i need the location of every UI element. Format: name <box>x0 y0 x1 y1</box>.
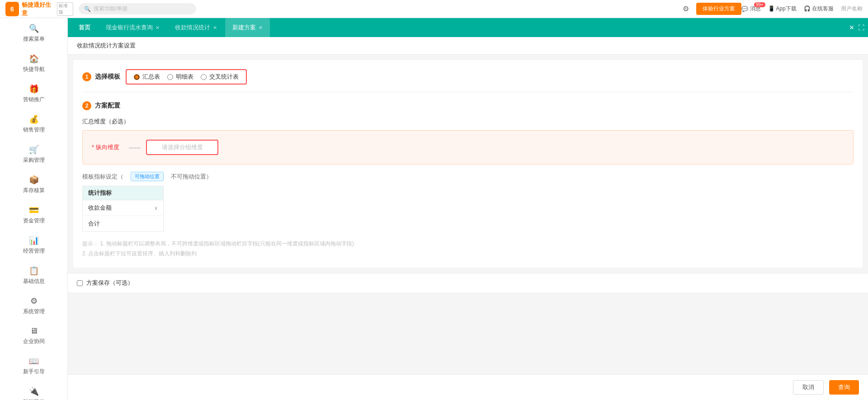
sidebar-item-label: 搜索菜单 <box>23 35 45 43</box>
content-area: 首页 现金银行流水查询 ✕ 收款情况统计 ✕ 新建方案 ✕ ✕ ⛶ 收 <box>68 18 868 400</box>
sidebar-item-label: 采购管理 <box>23 156 45 164</box>
page-content: 收款情况统计方案设置 1 选择模板 汇总表 明细表 <box>68 37 868 374</box>
sales-icon: 💰 <box>29 114 39 124</box>
sidebar-item-guide[interactable]: 📖 新手引导 <box>0 351 67 381</box>
app-tag: 标准版 <box>57 2 73 16</box>
radio-summary-input[interactable] <box>134 74 140 80</box>
topbar: 6 畅捷通好生意 标准版 🔍 搜索功能/单据 ⚙ 体验行业方案 💬 消息 99+… <box>0 0 868 18</box>
tab-cashflow-close[interactable]: ✕ <box>156 25 160 31</box>
row-dimension-label: * 纵向维度 <box>92 143 123 151</box>
query-button[interactable]: 查询 <box>829 380 859 395</box>
finance-icon: 💳 <box>29 205 39 215</box>
tab-new-plan-label: 新建方案 <box>232 24 256 32</box>
tip-2: 2. 点击标题栏下拉可设置排序、插入列和删除列 <box>82 249 854 259</box>
tab-cashflow[interactable]: 现金银行流水查询 ✕ <box>99 18 167 37</box>
sidebar-item-basic-info[interactable]: 📋 基础信息 <box>0 260 67 291</box>
sidebar-item-label: 库存核算 <box>23 187 45 194</box>
radio-detail-input[interactable] <box>167 74 173 80</box>
sidebar-item-sales[interactable]: 💰 销售管理 <box>0 109 67 139</box>
indicator-table: 统计指标 收款金额 ∨ 合计 <box>82 186 164 232</box>
radio-cross-input[interactable] <box>201 74 207 80</box>
tip-1: 提示： 1. 拖动标题栏可以调整布局，不可跨维度或指标区域拖动栏目字段(只能在同… <box>82 239 854 249</box>
radio-summary[interactable]: 汇总表 <box>134 73 160 81</box>
indicator-section: 模板指标设定（ 可拖动位置 不可拖动位置） 统计指标 收款金额 ∨ 合计 <box>82 172 854 232</box>
user-area[interactable]: 用户名称 <box>841 5 863 13</box>
search-bar[interactable]: 🔍 搜索功能/单据 <box>79 3 196 14</box>
tab-close-all-icon[interactable]: ✕ <box>849 24 854 31</box>
indicator-header: 模板指标设定（ 可拖动位置 不可拖动位置） <box>82 172 854 181</box>
notification-area[interactable]: 💬 消息 99+ <box>741 5 761 13</box>
indicator-total: 合计 <box>83 216 163 231</box>
section1-number: 1 <box>82 72 91 81</box>
app-icon: 6 <box>5 2 19 16</box>
tips-section: 提示： 1. 拖动标题栏可以调整布局，不可跨维度或指标区域拖动栏目字段(只能在同… <box>82 239 854 259</box>
tab-new-plan[interactable]: 新建方案 ✕ <box>225 18 270 37</box>
purchase-icon: 🛒 <box>29 145 39 155</box>
tab-home[interactable]: 首页 <box>71 18 98 37</box>
indicator-settings-label: 模板指标设定（ <box>82 173 123 181</box>
sidebar-item-label: 资金管理 <box>23 217 45 225</box>
sidebar-item-quicknav[interactable]: 🏠 快捷导航 <box>0 48 67 79</box>
tabbar-controls: ✕ ⛶ <box>849 24 864 31</box>
tab-expand-icon[interactable]: ⛶ <box>858 24 864 31</box>
inventory-icon: 📦 <box>29 175 39 185</box>
dimension-select-placeholder: 请选择分组维度 <box>162 144 203 151</box>
sidebar-item-label: 企业协同 <box>23 338 45 345</box>
trial-button[interactable]: 体验行业方案 <box>696 3 741 15</box>
sidebar: 🔍 搜索菜单 🏠 快捷导航 🎁 营销推广 💰 销售管理 🛒 采购管理 📦 库存核… <box>0 18 68 400</box>
sidebar-item-hardware[interactable]: 🔌 智能硬件 <box>0 381 67 400</box>
gear-icon[interactable]: ⚙ <box>683 5 689 13</box>
save-option: 方案保存（可选） <box>68 273 868 292</box>
cancel-button[interactable]: 取消 <box>793 380 824 395</box>
sidebar-item-finance[interactable]: 💳 资金管理 <box>0 200 67 230</box>
dimension-row: * 纵向维度 —— 请选择分组维度 <box>92 140 844 155</box>
app-logo: 6 畅捷通好生意 标准版 <box>5 1 73 17</box>
dimension-select[interactable]: 请选择分组维度 <box>146 140 218 155</box>
tab-new-plan-close[interactable]: ✕ <box>259 25 263 31</box>
footer-actions: 取消 查询 <box>68 374 868 400</box>
service-area[interactable]: 🎧 在线客服 <box>804 5 834 13</box>
download-label: App下载 <box>776 5 796 12</box>
service-icon: 🎧 <box>804 5 811 12</box>
sidebar-item-purchase[interactable]: 🛒 采购管理 <box>0 139 67 169</box>
sidebar-item-inventory[interactable]: 📦 库存核算 <box>0 169 67 200</box>
main-layout: 🔍 搜索菜单 🏠 快捷导航 🎁 营销推广 💰 销售管理 🛒 采购管理 📦 库存核… <box>0 18 868 400</box>
radio-summary-label: 汇总表 <box>142 73 160 81</box>
sidebar-item-enterprise[interactable]: 🖥 企业协同 <box>0 321 67 351</box>
sidebar-item-label: 智能硬件 <box>23 398 45 400</box>
radio-cross-label: 交叉统计表 <box>209 73 239 81</box>
sidebar-item-system[interactable]: ⚙ 系统管理 <box>0 291 67 321</box>
radio-cross[interactable]: 交叉统计表 <box>201 73 239 81</box>
dimension-sublabel: 汇总维度（必选） <box>82 118 854 126</box>
indicator-row-label: 收款金额 <box>88 204 112 212</box>
tab-receipts-close[interactable]: ✕ <box>213 25 217 31</box>
sidebar-item-search[interactable]: 🔍 搜索菜单 <box>0 18 67 48</box>
download-icon: 📱 <box>768 5 775 12</box>
service-label: 在线客服 <box>812 5 834 12</box>
divider1 <box>82 92 854 92</box>
tabbar: 首页 现金银行流水查询 ✕ 收款情况统计 ✕ 新建方案 ✕ ✕ ⛶ <box>68 18 868 37</box>
arrow-separator: —— <box>129 144 141 151</box>
tab-receipts[interactable]: 收款情况统计 ✕ <box>168 18 224 37</box>
sidebar-item-label: 基础信息 <box>23 278 45 285</box>
sidebar-item-label: 新手引导 <box>23 368 45 376</box>
message-icon: 💬 <box>741 6 748 12</box>
sidebar-item-operations[interactable]: 📊 经营管理 <box>0 230 67 260</box>
non-draggable-label: 不可拖动位置） <box>171 173 212 181</box>
section2-title: 2 方案配置 <box>82 101 854 110</box>
hardware-icon: 🔌 <box>29 386 39 396</box>
download-area[interactable]: 📱 App下载 <box>768 5 797 13</box>
tab-receipts-label: 收款情况统计 <box>175 24 210 32</box>
basic-info-icon: 📋 <box>29 266 39 276</box>
sidebar-item-marketing[interactable]: 🎁 营销推广 <box>0 79 67 109</box>
section2: 2 方案配置 汇总维度（必选） * 纵向维度 —— 请选择分组维度 <box>82 101 854 259</box>
radio-detail[interactable]: 明细表 <box>167 73 193 81</box>
dimension-area: * 纵向维度 —— 请选择分组维度 <box>82 130 854 165</box>
save-checkbox[interactable] <box>77 280 83 286</box>
section2-number: 2 <box>82 101 91 110</box>
form-container: 1 选择模板 汇总表 明细表 交叉统计表 <box>73 60 863 268</box>
marketing-icon: 🎁 <box>29 84 39 94</box>
indicator-table-row[interactable]: 收款金额 ∨ <box>83 200 163 216</box>
save-label: 方案保存（可选） <box>86 279 133 287</box>
indicator-dropdown-icon[interactable]: ∨ <box>154 205 158 211</box>
